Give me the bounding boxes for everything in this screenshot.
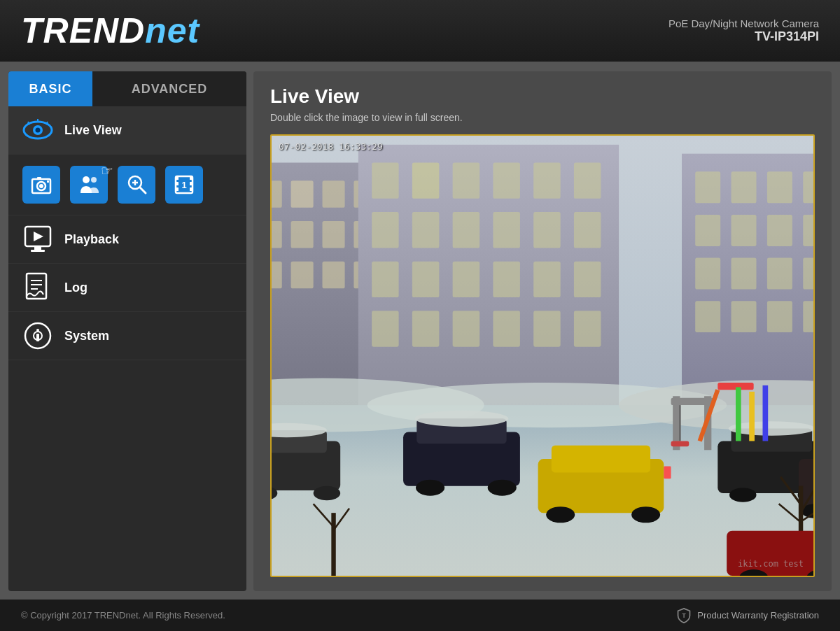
svg-rect-139: [763, 385, 769, 441]
svg-rect-84: [732, 171, 757, 203]
svg-rect-49: [323, 221, 345, 248]
product-line2: TV-IP314PI: [668, 29, 819, 44]
main-container: BASIC ADVANCED Live View: [0, 63, 840, 600]
camera-feed[interactable]: 07-02-2018 16:33:29: [270, 134, 815, 577]
system-label: System: [64, 329, 109, 343]
svg-rect-53: [272, 262, 282, 289]
svg-rect-22: [190, 182, 192, 185]
nav-item-playback[interactable]: Playback: [8, 215, 246, 264]
tab-advanced[interactable]: ADVANCED: [92, 71, 246, 106]
system-icon: [22, 320, 53, 351]
svg-point-11: [83, 176, 90, 183]
svg-rect-86: [803, 171, 813, 203]
brand-name: TRENDnet: [21, 10, 200, 51]
svg-point-116: [415, 411, 509, 427]
watermark: ikit.com test: [738, 559, 804, 569]
svg-rect-10: [47, 180, 49, 183]
quick-actions: ☞: [8, 155, 246, 215]
svg-rect-55: [323, 262, 345, 289]
multiview-button[interactable]: 1: [165, 166, 203, 204]
svg-point-35: [36, 329, 39, 332]
svg-rect-65: [412, 212, 440, 248]
svg-rect-74: [533, 262, 561, 297]
snapshot-button[interactable]: [22, 166, 60, 204]
playback-label: Playback: [64, 232, 119, 247]
svg-rect-27: [31, 250, 45, 252]
svg-rect-26: [34, 246, 41, 250]
svg-rect-69: [574, 212, 601, 248]
svg-rect-90: [732, 215, 757, 246]
warranty-text: Product Warranty Registration: [697, 610, 819, 621]
svg-rect-54: [291, 262, 314, 289]
svg-rect-118: [552, 446, 650, 473]
nav-item-log[interactable]: Log: [8, 264, 246, 312]
svg-rect-89: [695, 215, 720, 246]
shield-icon: T: [676, 608, 692, 623]
svg-line-14: [140, 187, 146, 193]
tab-basic[interactable]: BASIC: [8, 71, 92, 106]
warranty-link[interactable]: T Product Warranty Registration: [676, 608, 819, 623]
svg-rect-85: [767, 171, 792, 203]
zoom-button[interactable]: [118, 166, 155, 204]
svg-rect-59: [412, 163, 440, 199]
content-area: Live View Double click the image to view…: [253, 71, 832, 591]
svg-point-119: [546, 506, 575, 523]
svg-rect-42: [291, 180, 314, 208]
nav-item-live-view[interactable]: Live View: [8, 106, 246, 155]
svg-rect-101: [767, 301, 792, 332]
svg-rect-71: [412, 262, 440, 297]
svg-rect-21: [190, 176, 192, 180]
svg-rect-18: [176, 176, 178, 180]
svg-rect-68: [533, 212, 561, 248]
nav-item-system[interactable]: System: [8, 312, 246, 360]
page-subtitle: Double click the image to view in full s…: [270, 112, 815, 123]
svg-rect-19: [176, 182, 178, 185]
svg-marker-28: [34, 232, 43, 241]
sidebar: BASIC ADVANCED Live View: [8, 71, 246, 591]
svg-point-110: [314, 486, 341, 501]
svg-rect-138: [749, 392, 755, 441]
svg-rect-9: [37, 177, 41, 180]
svg-rect-36: [36, 334, 39, 341]
svg-rect-99: [695, 301, 720, 332]
svg-rect-73: [493, 262, 520, 297]
svg-point-8: [39, 184, 43, 188]
svg-rect-62: [533, 163, 561, 199]
svg-rect-132: [671, 398, 715, 405]
svg-text:1: 1: [181, 180, 186, 190]
svg-rect-63: [574, 163, 601, 199]
svg-rect-23: [190, 187, 192, 191]
svg-rect-20: [176, 187, 178, 191]
svg-rect-64: [372, 212, 399, 248]
svg-text:T: T: [682, 612, 687, 619]
svg-rect-58: [372, 163, 399, 199]
svg-point-126: [729, 421, 813, 436]
svg-rect-77: [412, 311, 440, 346]
log-icon: [22, 272, 53, 303]
svg-rect-121: [664, 466, 671, 478]
svg-rect-100: [732, 301, 757, 332]
svg-point-12: [91, 177, 97, 183]
product-info: PoE Day/Night Network Camera TV-IP314PI: [668, 17, 819, 44]
svg-rect-61: [493, 163, 520, 199]
playback-icon: [22, 224, 53, 255]
header: TRENDnet PoE Day/Night Network Camera TV…: [0, 0, 840, 63]
record-button[interactable]: ☞: [70, 166, 108, 204]
svg-rect-41: [272, 180, 282, 208]
log-label: Log: [64, 281, 88, 295]
svg-rect-94: [695, 258, 720, 290]
svg-rect-66: [453, 212, 480, 248]
svg-rect-83: [695, 171, 720, 203]
svg-point-115: [488, 480, 517, 496]
cursor-icon: ☞: [101, 162, 113, 179]
svg-rect-76: [372, 311, 399, 346]
svg-rect-48: [291, 221, 314, 248]
svg-rect-96: [767, 258, 792, 290]
live-view-label: Live View: [64, 123, 122, 138]
svg-point-114: [416, 480, 444, 496]
svg-rect-72: [453, 262, 480, 297]
svg-rect-75: [574, 262, 601, 297]
svg-rect-67: [493, 212, 520, 248]
svg-rect-47: [272, 221, 282, 248]
eye-icon: [22, 115, 53, 146]
